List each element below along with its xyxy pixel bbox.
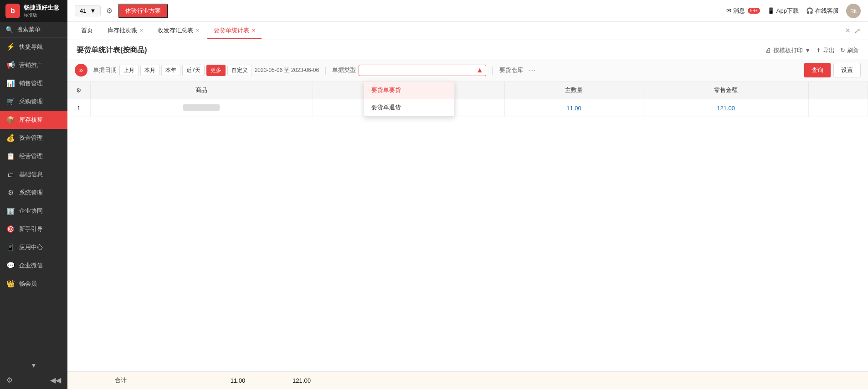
- settings-button[interactable]: 设置: [833, 63, 861, 77]
- export-icon: ⬆: [816, 47, 821, 54]
- sidebar-item-basics[interactable]: 🗂 基础信息: [0, 165, 67, 184]
- filter-actions: 查询 设置: [804, 63, 861, 77]
- sidebar-item-label: 采购管理: [19, 97, 43, 106]
- sidebar-item-label: 系统管理: [19, 189, 43, 197]
- enterprise-icon: 🏢: [6, 207, 15, 215]
- row-qty[interactable]: 11.00: [504, 99, 643, 117]
- brand-name: 畅捷通好生意: [24, 4, 59, 12]
- sidebar-item-label: 企业协同: [19, 207, 43, 215]
- dropdown-item-label: 要货单要货: [371, 87, 401, 93]
- sidebar-item-label: 快捷导航: [19, 43, 43, 51]
- sidebar-item-sales[interactable]: 📊 销售管理: [0, 74, 67, 92]
- page-title: 要货单统计表(按商品): [77, 46, 147, 55]
- user-avatar[interactable]: Rit: [846, 4, 861, 18]
- row-amount[interactable]: 121.00: [643, 99, 809, 117]
- date-btn-more[interactable]: 更多: [206, 65, 226, 76]
- message-btn[interactable]: ✉ 消息 99+: [726, 7, 760, 15]
- dropdown-item-order[interactable]: 要货单要货: [364, 82, 454, 99]
- dropdown-item-label: 要货单退货: [371, 104, 401, 111]
- export-btn[interactable]: ⬆ 导出: [816, 46, 835, 55]
- table-row: 1 块 11.00 121.00: [67, 99, 868, 117]
- export-label: 导出: [823, 46, 835, 55]
- col-qty: 主数量: [504, 82, 643, 99]
- tab-bar-close-icon[interactable]: ×: [845, 26, 850, 36]
- sidebar-item-member[interactable]: 👑 畅会员: [0, 275, 67, 293]
- sidebar-item-finance[interactable]: 💰 资金管理: [0, 129, 67, 147]
- print-btn[interactable]: 🖨 按模板打印 ▼: [765, 46, 811, 55]
- type-dropdown-icon[interactable]: ▲: [476, 66, 483, 74]
- account-selector[interactable]: 41 ▼: [75, 5, 101, 16]
- col-settings[interactable]: ⚙: [67, 82, 90, 99]
- refresh-icon: ↻: [840, 47, 845, 54]
- sidebar-item-operations[interactable]: 📋 经营管理: [0, 147, 67, 165]
- footer-amount-total: 121.00: [270, 377, 334, 384]
- footer-label: 合计: [115, 376, 206, 384]
- topbar-right: ✉ 消息 99+ 📱 App下载 🎧 在线客服 Rit: [726, 4, 861, 18]
- date-btn-this-month[interactable]: 本月: [140, 65, 159, 76]
- page-header: 要货单统计表(按商品) 🖨 按模板打印 ▼ ⬆ 导出 ↻ 刷新: [67, 40, 868, 59]
- settings-icon[interactable]: ⚙: [6, 376, 13, 384]
- type-input[interactable]: [359, 65, 486, 76]
- tab-home[interactable]: 首页: [75, 23, 99, 39]
- message-label: 消息: [733, 7, 745, 15]
- collapse-icon[interactable]: ◀◀: [50, 376, 61, 384]
- filter-more-icon[interactable]: ⋯: [529, 66, 536, 75]
- filter-bar: » 单据日期 上月 本月 本年 近7天 更多 自定义 2023-05-06 至 …: [67, 59, 868, 82]
- print-icon: 🖨: [765, 47, 771, 54]
- tab-close-icon[interactable]: ×: [196, 27, 199, 34]
- avatar-text: Rit: [850, 8, 856, 14]
- finance-icon: 💰: [6, 134, 15, 142]
- dropdown-item-return[interactable]: 要货单退货: [364, 99, 454, 116]
- member-icon: 👑: [6, 280, 15, 288]
- sidebar-item-label: 应用中心: [19, 243, 43, 251]
- sidebar-item-guide[interactable]: 🎯 新手引导: [0, 220, 67, 238]
- data-table: ⚙ 商品 主计量单位 主数量 零售金额 1 块: [67, 82, 868, 117]
- sidebar-item-quick-nav[interactable]: ⚡ 快捷导航: [0, 38, 67, 56]
- tab-recv-summary[interactable]: 收发存汇总表 ×: [151, 23, 205, 39]
- date-btn-7days[interactable]: 近7天: [182, 65, 205, 76]
- date-label: 单据日期: [93, 66, 117, 74]
- tab-bar-expand-icon[interactable]: ⤢: [854, 26, 861, 36]
- app-download-btn[interactable]: 📱 App下载: [767, 7, 799, 15]
- sidebar-item-label: 库存核算: [19, 116, 43, 124]
- basics-icon: 🗂: [6, 171, 15, 179]
- sales-icon: 📊: [6, 79, 15, 87]
- refresh-btn[interactable]: ↻ 刷新: [840, 46, 859, 55]
- search-label: 搜索菜单: [17, 26, 41, 34]
- col-product: 商品: [90, 82, 313, 99]
- tab-close-icon[interactable]: ×: [252, 27, 255, 34]
- topbar-settings-icon[interactable]: ⚙: [106, 6, 113, 15]
- marketing-icon: 📢: [6, 61, 15, 69]
- sidebar-item-system[interactable]: ⚙ 系统管理: [0, 184, 67, 202]
- wechat-icon: 💬: [6, 261, 15, 270]
- tab-inventory-batch[interactable]: 库存批次账 ×: [101, 23, 149, 39]
- tab-close-icon[interactable]: ×: [140, 27, 143, 34]
- online-service-btn[interactable]: 🎧 在线客服: [806, 7, 839, 15]
- tab-order-stats[interactable]: 要货单统计表 ×: [207, 23, 262, 39]
- sidebar-item-marketing[interactable]: 📢 营销推广: [0, 56, 67, 74]
- search-icon: 🔍: [5, 26, 13, 33]
- date-btn-this-year[interactable]: 本年: [161, 65, 180, 76]
- tab-label: 首页: [81, 26, 93, 35]
- sidebar-item-label: 企业微信: [19, 261, 43, 270]
- message-badge: 99+: [748, 8, 760, 14]
- filter-expand-btn[interactable]: »: [75, 64, 87, 77]
- query-button[interactable]: 查询: [804, 63, 831, 77]
- message-icon: ✉: [726, 7, 731, 14]
- sidebar-item-inventory[interactable]: 📦 库存核算: [0, 111, 67, 129]
- sidebar-item-label: 营销推广: [19, 61, 43, 69]
- table-header-row: ⚙ 商品 主计量单位 主数量 零售金额: [67, 82, 868, 99]
- service-icon: 🎧: [806, 7, 813, 14]
- date-btn-last-month[interactable]: 上月: [119, 65, 139, 76]
- operations-icon: 📋: [6, 152, 15, 160]
- date-btn-custom[interactable]: 自定义: [227, 65, 252, 76]
- sidebar-scroll-down[interactable]: ▼: [0, 360, 67, 371]
- sidebar-search[interactable]: 🔍 搜索菜单: [0, 22, 67, 38]
- topbar-left: 41 ▼ ⚙ 体验行业方案: [75, 4, 168, 18]
- promo-button[interactable]: 体验行业方案: [118, 4, 168, 18]
- sidebar-item-wechat[interactable]: 💬 企业微信: [0, 256, 67, 275]
- sidebar-item-app-center[interactable]: 📱 应用中心: [0, 238, 67, 256]
- sidebar-item-enterprise[interactable]: 🏢 企业协同: [0, 202, 67, 220]
- print-label: 按模板打印: [773, 46, 803, 55]
- sidebar-item-purchase[interactable]: 🛒 采购管理: [0, 92, 67, 111]
